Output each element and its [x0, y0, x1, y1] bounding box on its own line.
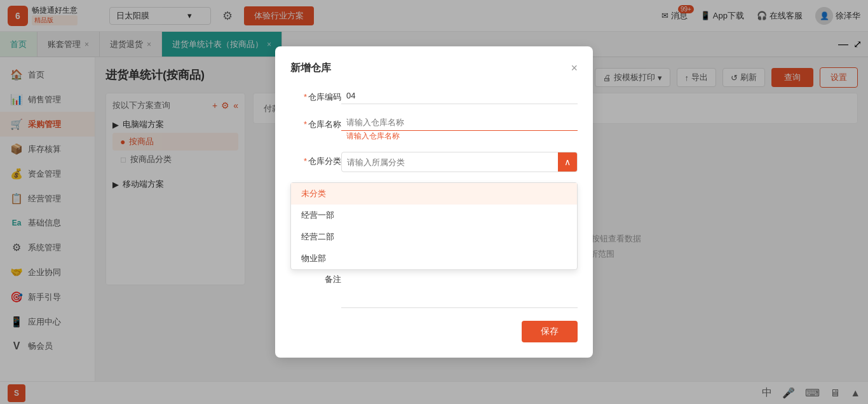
modal-close-btn[interactable]: ×	[571, 62, 578, 75]
category-field-row: 仓库分类 ∧	[290, 152, 578, 172]
modal-header: 新增仓库 ×	[290, 62, 578, 75]
dropdown-container: 未分类 经营一部 经营二部 物业部	[290, 182, 578, 270]
name-field-row: 仓库名称 请输入仓库名称	[290, 114, 578, 142]
name-error-msg: 请输入仓库名称	[346, 131, 400, 142]
name-input[interactable]	[341, 114, 578, 131]
dropdown-item-ops1[interactable]: 经营一部	[291, 205, 577, 226]
name-label: 仓库名称	[290, 115, 341, 130]
notes-field-row: 备注	[290, 270, 578, 308]
category-toggle-btn[interactable]: ∧	[558, 152, 577, 172]
category-dropdown: 未分类 经营一部 经营二部 物业部	[290, 182, 578, 270]
category-container: ∧	[341, 152, 578, 172]
new-warehouse-modal: 新增仓库 × 仓库编码 仓库名称 请输入仓库名称 仓库分类 ∧ 未分类 经营一部	[275, 46, 593, 358]
modal-footer: 保存	[290, 321, 578, 342]
category-input[interactable]	[342, 154, 558, 170]
code-input[interactable]	[341, 88, 578, 104]
category-input-wrap: ∧	[341, 152, 578, 172]
code-field-row: 仓库编码	[290, 88, 578, 104]
dropdown-item-uncategorized[interactable]: 未分类	[291, 183, 577, 205]
notes-textarea[interactable]	[341, 270, 578, 308]
dropdown-item-ops2[interactable]: 经营二部	[291, 226, 577, 248]
code-label: 仓库编码	[290, 88, 341, 103]
dropdown-item-property[interactable]: 物业部	[291, 248, 577, 269]
notes-label: 备注	[290, 270, 341, 285]
modal-title: 新增仓库	[290, 62, 331, 75]
category-label: 仓库分类	[290, 152, 341, 167]
save-button[interactable]: 保存	[522, 321, 578, 342]
